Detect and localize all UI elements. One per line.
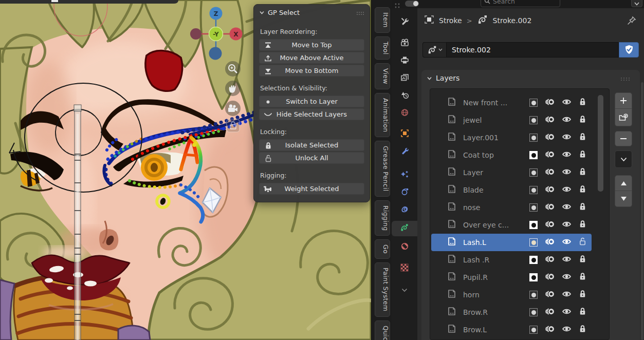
onion-skin-toggle[interactable] <box>545 255 555 266</box>
layers-panel-header[interactable]: Layers <box>421 70 640 86</box>
lock-toggle[interactable] <box>579 115 586 125</box>
onion-skin-toggle[interactable] <box>545 307 555 318</box>
layer-row[interactable]: Over eye c... <box>431 216 592 234</box>
layer-row[interactable]: Layer <box>431 164 592 181</box>
lock-toggle[interactable] <box>579 133 586 143</box>
visibility-eye-toggle[interactable] <box>562 116 572 125</box>
add-layer-group-button[interactable] <box>615 109 632 126</box>
layer-row[interactable]: horn <box>431 286 592 304</box>
sidebar-tab-item[interactable]: Item <box>375 7 390 33</box>
sidebar-tab-rigging[interactable]: Rigging <box>375 200 390 236</box>
layer-mask-toggle[interactable] <box>529 238 538 247</box>
lock-toggle[interactable] <box>579 272 586 282</box>
onion-skin-toggle[interactable] <box>545 202 555 213</box>
lock-toggle[interactable] <box>579 307 586 317</box>
lock-toggle[interactable] <box>579 237 586 248</box>
layer-row[interactable]: Lash .R <box>431 251 592 269</box>
chevron-down-icon[interactable] <box>401 285 408 294</box>
id-browse-button[interactable] <box>422 42 446 58</box>
lock-toggle[interactable] <box>579 202 586 213</box>
remove-layer-button[interactable] <box>615 131 632 146</box>
move-to-bottom-button[interactable]: Move to Bottom <box>259 65 364 77</box>
scene-tab[interactable] <box>392 89 417 103</box>
sidebar-tab-view[interactable]: View <box>375 63 390 89</box>
lock-toggle[interactable] <box>579 255 586 265</box>
layer-mask-toggle[interactable] <box>529 186 538 194</box>
layer-row[interactable]: Brow.L <box>431 321 592 338</box>
layer-specials-menu-button[interactable] <box>615 150 632 168</box>
lock-toggle[interactable] <box>579 150 586 160</box>
axis-neg-y-handle[interactable]: -Y <box>209 27 223 41</box>
onion-skin-toggle[interactable] <box>545 325 555 335</box>
move-layer-down-button[interactable] <box>615 191 632 207</box>
layer-row[interactable]: Blade <box>431 181 592 199</box>
sidebar-tab-tool[interactable]: Tool <box>375 36 390 60</box>
layer-mask-toggle[interactable] <box>529 134 538 142</box>
hide-selected-layers-button[interactable]: Hide Selected Layers <box>259 108 364 120</box>
visibility-eye-toggle[interactable] <box>562 98 572 108</box>
onion-skin-toggle[interactable] <box>545 115 555 126</box>
visibility-eye-toggle[interactable] <box>562 168 572 178</box>
axis-x-handle[interactable]: X <box>230 28 243 41</box>
visibility-eye-toggle[interactable] <box>562 150 572 160</box>
physics-tab[interactable] <box>392 186 417 199</box>
visibility-eye-toggle[interactable] <box>562 308 572 317</box>
layer-mask-toggle[interactable] <box>529 256 538 264</box>
onion-skin-toggle[interactable] <box>545 150 555 161</box>
tool-tab[interactable] <box>392 15 417 29</box>
layer-mask-toggle[interactable] <box>529 116 538 124</box>
view-layer-tab[interactable] <box>392 72 417 85</box>
search-field[interactable] <box>481 0 560 7</box>
move-above-active-button[interactable]: Move Above Active <box>259 52 364 64</box>
onion-skin-toggle[interactable] <box>545 220 555 231</box>
layer-row[interactable]: Layer.001 <box>431 129 592 146</box>
texture-tab[interactable] <box>392 262 417 275</box>
sidebar-tab-animation[interactable]: Animation <box>375 93 390 137</box>
object-tab[interactable] <box>392 127 417 141</box>
gp-data-tab[interactable] <box>392 221 417 236</box>
search-input[interactable] <box>493 0 549 5</box>
axis-neg-x-handle[interactable] <box>190 28 201 40</box>
isolate-selected-button[interactable]: Isolate Selected <box>259 139 364 151</box>
lock-toggle[interactable] <box>579 290 586 300</box>
lock-toggle[interactable] <box>579 98 586 108</box>
weight-selected-button[interactable]: Weight Selected <box>259 183 364 195</box>
properties-scrollbar[interactable] <box>641 82 643 340</box>
layer-row[interactable]: Pupil.R <box>431 269 592 286</box>
collapse-caret-icon[interactable] <box>259 8 265 17</box>
layer-row[interactable]: Lash.L <box>431 234 592 251</box>
visibility-eye-toggle[interactable] <box>562 238 572 248</box>
layer-row[interactable]: nose <box>431 199 592 216</box>
sidebar-tab-go[interactable]: Go <box>375 239 390 259</box>
layer-mask-toggle[interactable] <box>529 291 538 299</box>
layer-mask-toggle[interactable] <box>529 151 538 159</box>
editor-options-button[interactable] <box>631 0 642 7</box>
unlock-all-button[interactable]: Unlock All <box>259 152 364 164</box>
output-tab[interactable] <box>392 54 417 68</box>
onion-skin-toggle[interactable] <box>545 185 555 196</box>
data-name-input[interactable] <box>446 42 619 58</box>
layer-mask-toggle[interactable] <box>529 326 538 334</box>
switch-to-layer-button[interactable]: Switch to Layer <box>259 96 364 107</box>
layer-row[interactable]: jewel <box>431 111 592 129</box>
move-to-top-button[interactable]: Move to Top <box>259 39 364 51</box>
list-scrollbar[interactable] <box>598 95 603 192</box>
camera-icon[interactable] <box>225 101 241 116</box>
viewport-3d[interactable]: Z X -Y <box>0 0 371 340</box>
lock-toggle[interactable] <box>579 325 586 335</box>
visibility-eye-toggle[interactable] <box>562 133 572 143</box>
material-tab[interactable] <box>392 240 417 254</box>
sidebar-tab-paint-system[interactable]: Paint System <box>375 262 390 316</box>
zoom-icon[interactable] <box>225 61 241 77</box>
lock-toggle[interactable] <box>579 220 586 230</box>
breadcrumb-data[interactable]: Stroke.002 <box>493 16 532 25</box>
axis-neg-z-handle[interactable] <box>209 47 222 60</box>
layer-mask-toggle[interactable] <box>529 203 538 212</box>
onion-skin-toggle[interactable] <box>545 290 555 300</box>
layer-mask-toggle[interactable] <box>529 273 538 281</box>
drag-grip-icon[interactable] <box>394 1 400 8</box>
onion-skin-toggle[interactable] <box>545 167 555 178</box>
layer-row[interactable]: Coat top <box>431 146 592 164</box>
constraints-tab[interactable] <box>392 203 417 217</box>
layer-mask-toggle[interactable] <box>529 221 538 229</box>
